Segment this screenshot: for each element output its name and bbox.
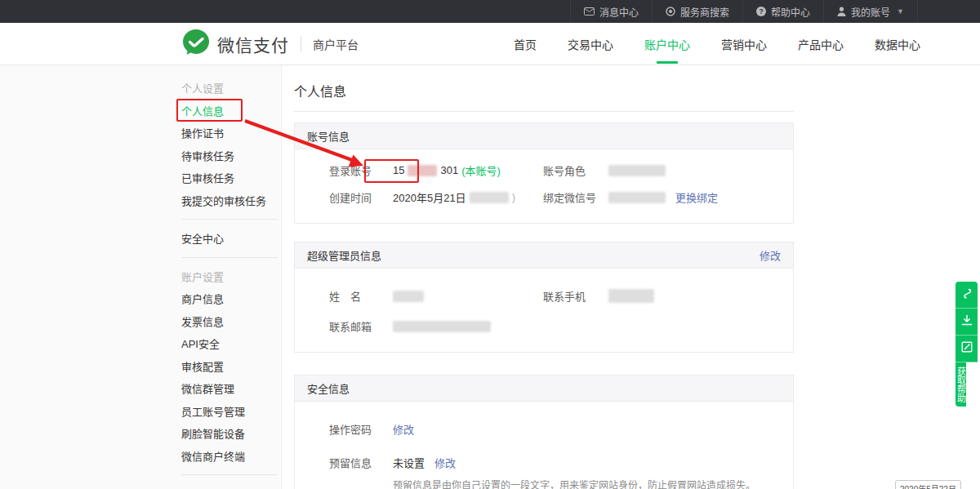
masked-login-number xyxy=(408,165,437,176)
change-binding-link[interactable]: 更换绑定 xyxy=(675,189,718,205)
sidebar-item-pending-review-tasks[interactable]: 待审核任务 xyxy=(181,144,278,167)
topbar-item-label: 帮助中心 xyxy=(771,5,810,19)
password-modify-link[interactable]: 修改 xyxy=(393,421,414,437)
admin-phone-value xyxy=(608,289,654,303)
admin-name-row: 姓 名 xyxy=(329,288,543,304)
bound-wechat-label: 绑定微信号 xyxy=(543,189,608,205)
security-info-header: 安全信息 xyxy=(295,376,793,402)
wechat-pay-logo[interactable]: 微信支付 xyxy=(181,28,289,60)
admin-name-label: 姓 名 xyxy=(329,288,393,304)
masked-wechat-id xyxy=(608,192,666,203)
nav-product-center[interactable]: 产品中心 xyxy=(798,31,844,57)
topbar-item-label: 我的账号 xyxy=(851,5,890,19)
title-divider xyxy=(294,111,794,112)
wechat-logo-icon xyxy=(181,28,211,60)
feedback-button[interactable] xyxy=(956,336,978,362)
header: 微信支付 商户平台 首页 交易中心 账户中心 营销中心 产品中心 数据中心 xyxy=(0,23,980,65)
reserved-info-description: 预留信息是由你自己设置的一段文字，用来鉴定网站身份，防止假冒网站造成损失。 配置… xyxy=(393,478,793,489)
topbar-item-help-center[interactable]: ? 帮助中心 xyxy=(742,0,823,23)
super-admin-header: 超级管理员信息 修改 xyxy=(295,242,793,269)
chevron-down-icon: ▼ xyxy=(897,7,904,16)
super-admin-section: 超级管理员信息 修改 姓 名 联系手机 联系邮箱 xyxy=(294,242,794,353)
created-time-row: 创建时间 2020年5月21日 ) xyxy=(329,189,543,205)
bound-wechat-value: 更换绑定 xyxy=(608,189,718,205)
sidebar-item-my-submitted-tasks[interactable]: 我提交的审核任务 xyxy=(181,189,278,212)
sidebar-group-account-settings: 账户设置 xyxy=(181,265,278,288)
date-badge: 2020年5月22日 xyxy=(895,480,961,489)
topbar-item-my-account[interactable]: 我的账号 ▼ xyxy=(823,0,918,23)
sidebar-group-personal-settings: 个人设置 xyxy=(181,77,278,100)
section-title: 超级管理员信息 xyxy=(307,247,381,263)
reserved-info-row: 预留信息 未设置 修改 xyxy=(329,455,793,470)
sidebar-divider xyxy=(181,219,278,220)
current-account-note: (本账号) xyxy=(461,162,501,178)
account-role-label: 账号角色 xyxy=(543,162,608,178)
sidebar-menu: 个人设置 个人信息 操作证书 待审核任务 已审核任务 我提交的审核任务 安全中心… xyxy=(181,77,278,482)
sidebar-item-personal-info[interactable]: 个人信息 xyxy=(181,100,278,122)
account-info-body: 登录账号 15 301 (本账号) 账号角色 创建时间 xyxy=(295,149,793,223)
topbar-item-label: 消息中心 xyxy=(599,5,639,19)
sidebar-item-reviewed-tasks[interactable]: 已审核任务 xyxy=(181,167,278,189)
search-icon xyxy=(666,7,675,16)
link-icon xyxy=(961,287,973,303)
account-role-value xyxy=(608,165,666,176)
help-widget: 获取帮助 xyxy=(956,282,978,407)
sidebar-item-review-config[interactable]: 审核配置 xyxy=(181,355,278,378)
sidebar-item-api-security[interactable]: API安全 xyxy=(181,332,278,355)
page-title: 个人信息 xyxy=(294,65,794,100)
sidebar-item-face-smart-device[interactable]: 刷脸智能设备 xyxy=(181,422,278,445)
main-content: 个人信息 账号信息 登录账号 15 301 (本账号) 账号角色 xyxy=(294,65,794,489)
sidebar-item-wechat-merchant-terminal[interactable]: 微信商户终端 xyxy=(181,445,278,468)
download-button[interactable] xyxy=(956,309,978,336)
topbar-item-provider-search[interactable]: 服务商搜索 xyxy=(652,0,742,23)
masked-account-role xyxy=(608,165,666,176)
platform-subtitle: 商户平台 xyxy=(313,36,359,52)
sidebar-item-invoice-info[interactable]: 发票信息 xyxy=(181,310,278,333)
sidebar-item-security-center[interactable]: 安全中心 xyxy=(181,227,278,250)
nav-account-center[interactable]: 账户中心 xyxy=(644,31,690,57)
sidebar-item-staff-account-management[interactable]: 员工账号管理 xyxy=(181,400,278,423)
security-info-body: 操作密码 修改 预留信息 未设置 修改 预留信息是由你自己设置的一段文字，用来鉴… xyxy=(295,402,793,489)
reserved-info-label: 预留信息 xyxy=(329,455,393,470)
user-icon xyxy=(837,7,846,16)
sidebar-item-operation-certificate[interactable]: 操作证书 xyxy=(181,122,278,144)
mail-icon xyxy=(584,7,595,16)
login-number-suffix: 301 xyxy=(440,164,458,176)
nav-transaction-center[interactable]: 交易中心 xyxy=(568,31,613,57)
created-date-text: 2020年5月21日 xyxy=(393,189,466,205)
admin-phone-label: 联系手机 xyxy=(543,288,608,304)
topbar-item-label: 服务商搜索 xyxy=(680,5,729,19)
sidebar-item-wechat-group-management[interactable]: 微信群管理 xyxy=(181,377,278,400)
nav-data-center[interactable]: 数据中心 xyxy=(875,31,920,57)
help-icon: ? xyxy=(756,7,766,16)
admin-email-value xyxy=(393,321,491,332)
topbar: 消息中心 服务商搜索 ? 帮助中心 我的账号 ▼ xyxy=(0,0,980,23)
operation-password-row: 操作密码 修改 xyxy=(329,421,793,437)
edit-icon xyxy=(961,341,973,356)
sidebar-item-merchant-info[interactable]: 商户信息 xyxy=(181,287,278,310)
super-admin-body: 姓 名 联系手机 联系邮箱 xyxy=(295,269,793,352)
admin-modify-link[interactable]: 修改 xyxy=(760,247,781,263)
login-number-prefix: 15 xyxy=(393,164,404,176)
svg-text:?: ? xyxy=(759,7,763,16)
nav-marketing-center[interactable]: 营销中心 xyxy=(721,31,767,57)
topbar-item-messages[interactable]: 消息中心 xyxy=(570,0,652,23)
share-link-button[interactable] xyxy=(956,282,978,309)
sidebar: 个人设置 个人信息 操作证书 待审核任务 已审核任务 我提交的审核任务 安全中心… xyxy=(0,65,282,489)
account-role-row: 账号角色 xyxy=(543,162,793,178)
account-info-header: 账号信息 xyxy=(295,123,793,149)
admin-email-row: 联系邮箱 xyxy=(329,318,543,334)
masked-admin-name xyxy=(393,291,424,302)
sidebar-divider xyxy=(181,474,278,475)
reserved-modify-link[interactable]: 修改 xyxy=(434,455,456,470)
masked-admin-email xyxy=(393,321,491,332)
section-title: 账号信息 xyxy=(307,128,350,144)
nav-home[interactable]: 首页 xyxy=(514,31,537,57)
admin-phone-row: 联系手机 xyxy=(543,288,793,304)
section-title: 安全信息 xyxy=(307,380,350,396)
sidebar-divider xyxy=(181,257,278,258)
logo-separator xyxy=(301,36,301,52)
created-time-value: 2020年5月21日 ) xyxy=(393,189,515,205)
get-help-button[interactable]: 获取帮助 xyxy=(956,362,966,407)
admin-name-value xyxy=(393,291,424,302)
